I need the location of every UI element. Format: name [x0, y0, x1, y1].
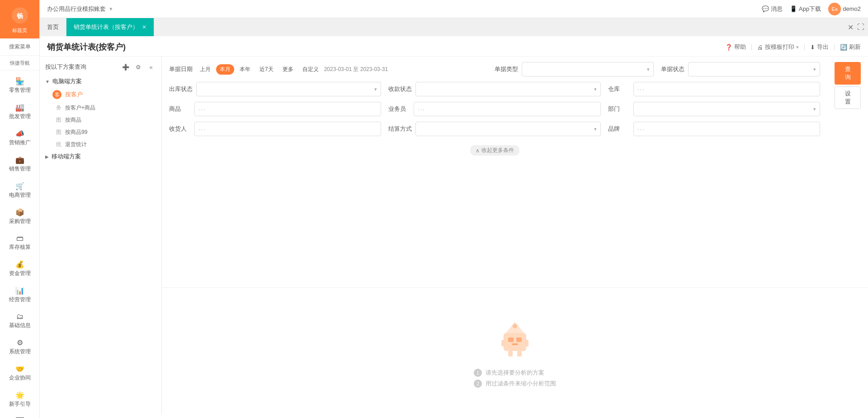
- purchase-icon: 📦: [0, 208, 39, 217]
- type-select[interactable]: ▾: [522, 62, 654, 76]
- sidebar-item-inventory[interactable]: 🗃 库存核算: [0, 230, 39, 256]
- date-shortcut-thismonth[interactable]: 本月: [216, 64, 234, 75]
- sidebar-item-basic[interactable]: 🗂 基础信息: [0, 308, 39, 334]
- quick-nav[interactable]: 快捷导航: [0, 56, 39, 71]
- message-button[interactable]: 💬 消息: [762, 5, 783, 13]
- avatar: Ea: [828, 3, 841, 15]
- staff-select[interactable]: ···: [414, 102, 600, 116]
- sidebar-item-sales[interactable]: 💼 销售管理: [0, 151, 39, 177]
- tab-sales-stat[interactable]: 销货单统计表（按客户） ✕: [66, 18, 154, 36]
- newguide-icon: 🌟: [0, 391, 39, 399]
- out-select[interactable]: ▾: [196, 82, 381, 96]
- sidebar-item-ecommerce[interactable]: 🛒 电商管理: [0, 177, 39, 204]
- collapse-up-icon: ∧: [476, 147, 480, 154]
- svg-rect-5: [512, 343, 518, 345]
- query-button[interactable]: 查询: [835, 62, 861, 85]
- filter-goods-item: 商品 ···: [169, 102, 381, 116]
- filter-status-item: 单据状态 ▾: [661, 62, 820, 76]
- scheme-collapse-button[interactable]: «: [146, 62, 156, 72]
- sidebar-item-wholesale[interactable]: 🏭 批发管理: [0, 99, 39, 125]
- user-name: demo2: [843, 5, 861, 12]
- goods-select[interactable]: ···: [194, 102, 381, 116]
- sales-label: 销售管理: [0, 165, 39, 173]
- refresh-icon: 🔄: [840, 44, 847, 51]
- date-shortcut-lastmonth[interactable]: 上月: [196, 64, 214, 75]
- collapse-bar: ∧ 收起更多条件: [169, 142, 820, 159]
- set-button[interactable]: 设置: [835, 86, 861, 109]
- export-button[interactable]: ⬇ 导出: [810, 43, 829, 51]
- purchase-label: 采购管理: [0, 218, 39, 225]
- scheme-item-by-goods99[interactable]: 图 按商品99: [40, 126, 161, 138]
- sidebar-item-system[interactable]: ⚙ 系统管理: [0, 334, 39, 360]
- divider1: [751, 44, 752, 50]
- date-range-display: 2023-03-01 至 2023-03-31: [324, 66, 388, 73]
- marketing-label: 营销推广: [0, 139, 39, 147]
- customer-goods-label: 按客户+商品: [65, 104, 95, 112]
- system-icon: ⚙: [0, 338, 39, 347]
- scheme-item-by-customer[interactable]: 客 按客户: [40, 87, 161, 102]
- help-button[interactable]: ❓ 帮助: [725, 43, 746, 51]
- warehouse-select[interactable]: ···: [633, 82, 820, 96]
- add-icon: ➕: [122, 64, 129, 71]
- avatar-text: Ea: [832, 6, 838, 12]
- scheme-add-button[interactable]: ➕: [121, 62, 131, 72]
- recv-select[interactable]: ▾: [415, 82, 600, 96]
- scheme-group-mobile-header[interactable]: ▶ 移动端方案: [40, 151, 161, 162]
- sidebar-item-operations[interactable]: 📊 经营管理: [0, 282, 39, 308]
- out-chevron-icon: ▾: [374, 86, 377, 92]
- page-actions: ❓ 帮助 🖨 按模板打印 ▾ ⬇ 导出: [725, 43, 861, 51]
- sidebar-item-newguide[interactable]: 🌟 新手引导: [0, 386, 39, 413]
- logo[interactable]: 畅 标题页: [0, 0, 39, 38]
- search-menu[interactable]: 搜索菜单: [0, 38, 39, 56]
- page-inner: 销货单统计表(按客户) ❓ 帮助 🖨 按模板打印 ▾ ⬇: [40, 36, 868, 418]
- status-select[interactable]: ▾: [688, 62, 820, 76]
- sidebar-item-retail[interactable]: 🏪 零售管理: [0, 72, 39, 99]
- collapse-label: 收起更多条件: [481, 147, 514, 154]
- inventory-label: 库存核算: [0, 243, 39, 251]
- date-shortcut-thisyear[interactable]: 本年: [236, 64, 254, 75]
- tab-close-button[interactable]: ✕: [142, 24, 146, 30]
- settle-select[interactable]: ▾: [415, 122, 600, 136]
- scheme-group-pc: ▼ 电脑端方案 客 按客户 务 按客户+商品 图: [40, 76, 161, 151]
- collapse-button[interactable]: ∧ 收起更多条件: [470, 145, 519, 156]
- print-button[interactable]: 🖨 按模板打印 ▾: [757, 43, 799, 51]
- receiver-select[interactable]: ···: [194, 122, 381, 136]
- brand-select[interactable]: ···: [633, 122, 820, 136]
- svg-rect-9: [517, 351, 522, 356]
- date-shortcut-more[interactable]: 更多: [279, 64, 297, 75]
- help-icon: ❓: [725, 44, 732, 51]
- empty-tip-2: 2 用过滤条件来缩小分析范围: [474, 380, 556, 388]
- tab-fullscreen-button[interactable]: ⛶: [857, 23, 864, 31]
- dept-select[interactable]: ▾: [633, 102, 820, 116]
- sidebar-item-finance[interactable]: 💰 资金管理: [0, 256, 39, 282]
- scheme-group-pc-header[interactable]: ▼ 电脑端方案: [40, 76, 161, 87]
- date-shortcut-7days[interactable]: 近7天: [256, 64, 277, 75]
- date-shortcut-custom[interactable]: 自定义: [299, 64, 322, 75]
- scheme-item-return-stat[interactable]: 统 退货统计: [40, 138, 161, 151]
- pc-group-label: 电脑端方案: [52, 77, 82, 86]
- tab-home[interactable]: 首页: [40, 18, 66, 36]
- sidebar-item-appcenter[interactable]: 🔲 应用中心: [0, 413, 39, 418]
- date-shortcuts-group: 上月 本月 本年 近7天 更多 自定义 2023-03-01 至 2023-03…: [196, 64, 388, 75]
- header-dropdown-icon[interactable]: ▾: [109, 5, 113, 12]
- sidebar: 畅 标题页 搜索菜单 快捷导航 🏪 零售管理 🏭 批发管理 📣 营销推广 💼 销…: [0, 0, 40, 418]
- tab-close-all-button[interactable]: ✕: [848, 23, 854, 32]
- customer-goods-sub-icon: 务: [56, 104, 61, 112]
- empty-state: 1 请先选择要分析的方案 2 用过滤条件来缩小分析范围: [162, 288, 868, 415]
- scheme-settings-button[interactable]: ⚙: [133, 62, 143, 72]
- system-label: 系统管理: [0, 348, 39, 356]
- logo-icon: 畅: [9, 5, 31, 26]
- scheme-item-by-goods[interactable]: 图 按商品: [40, 114, 161, 126]
- sidebar-item-marketing[interactable]: 📣 营销推广: [0, 125, 39, 151]
- refresh-button[interactable]: 🔄 刷新: [840, 43, 861, 51]
- finance-label: 资金管理: [0, 270, 39, 277]
- user-profile[interactable]: Ea demo2: [828, 3, 861, 15]
- warehouse-label: 仓库: [608, 85, 630, 93]
- sidebar-item-enterprise[interactable]: 🤝 企业协同: [0, 360, 39, 386]
- app-download-button[interactable]: 📱 App下载: [790, 5, 821, 13]
- page-header: 销货单统计表(按客户) ❓ 帮助 🖨 按模板打印 ▾ ⬇: [40, 36, 868, 57]
- scheme-item-customer-goods[interactable]: 务 按客户+商品: [40, 102, 161, 114]
- export-icon: ⬇: [810, 44, 815, 51]
- svg-rect-8: [508, 351, 513, 356]
- sidebar-item-purchase[interactable]: 📦 采购管理: [0, 204, 39, 230]
